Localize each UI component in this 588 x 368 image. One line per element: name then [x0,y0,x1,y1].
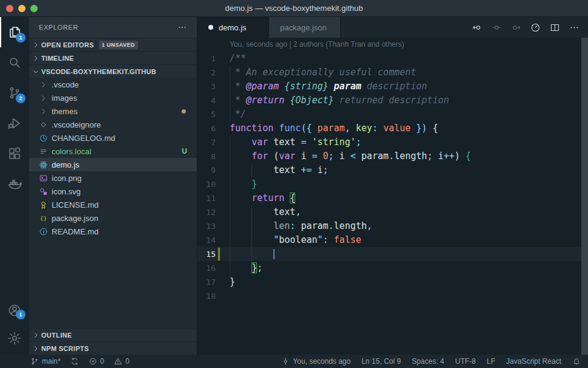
file-item-README.md[interactable]: README.md [29,225,197,238]
more-actions-button[interactable] [569,22,579,33]
nav-forward-button[interactable] [511,22,521,33]
activity-run-debug[interactable] [0,108,29,138]
code-line-6[interactable]: 6function func({ param, key: value }) { [197,121,588,135]
nav-dot-button[interactable] [491,22,502,33]
explorer-more-actions-button[interactable] [177,22,187,32]
status-label: Ln 15, Col 9 [361,357,401,366]
section-timeline[interactable]: TIMELINE [29,51,197,64]
section-npm-scripts[interactable]: NPM SCRIPTS [29,341,197,355]
code-line-10[interactable]: 10 } [197,177,588,191]
tab-demo.js[interactable]: demo.js [197,17,269,38]
file-item-images[interactable]: images [29,91,197,104]
activity-explorer[interactable]: 1 [0,17,29,47]
activity-search[interactable] [0,47,29,78]
indent-guide [230,191,230,205]
section-outline[interactable]: OUTLINE [29,328,197,341]
activity-docker[interactable] [0,169,29,199]
section-project[interactable]: VSCODE-BOXYTHEMEKIT.GITHUB [29,64,197,78]
code-token: * [230,95,246,106]
code-line-12[interactable]: 12 text, [197,205,588,219]
code-line-3[interactable]: 3 * @param {string} param description [197,80,588,94]
status-bar-left: main*00 [30,357,129,366]
status-language[interactable]: JavaScript React [506,357,561,366]
status-cursor-position[interactable]: Ln 15, Col 9 [361,357,401,366]
file-item-icon.png[interactable]: icon.png [29,171,197,185]
code-line-15[interactable]: 15 [197,247,588,261]
line-content: } [230,177,257,191]
status-errors[interactable]: 0 [89,357,104,366]
split-editor-button[interactable] [550,22,560,33]
activity-bar-bottom: 1 [0,296,29,355]
zoom-button[interactable] [30,5,38,12]
file-item-themes[interactable]: themes [29,104,197,118]
code-line-11[interactable]: 11 return { [197,191,588,205]
chevron-right-icon [32,41,40,49]
titlebar: demo.js — vscode-boxythemekit.github [0,0,588,17]
file-item-LICENSE.md[interactable]: LICENSE.md [29,198,197,211]
status-indentation[interactable]: Spaces: 4 [412,357,444,366]
text-cursor [273,249,275,259]
file-item-.vscode[interactable]: .vscode [29,78,197,91]
tab-package.json[interactable]: package.json [269,17,341,38]
chevron-right-icon [38,94,49,103]
line-number: 5 [197,107,216,121]
code-token: var [251,137,268,148]
code-token: @return [246,95,284,106]
activity-source-control[interactable]: 2 [0,78,29,108]
changelog-icon [38,134,49,143]
codelens-blame[interactable]: You, seconds ago | 2 authors (Thanh Tran… [197,38,588,52]
timeline-button[interactable] [530,22,541,33]
code-line-14[interactable]: 14 "boolean": false [197,233,588,247]
line-number: 12 [197,205,216,219]
explorer-header: EXPLORER [29,17,197,38]
code-line-4[interactable]: 4 * @return {Object} returned descriptio… [197,94,588,107]
close-button[interactable] [6,5,13,12]
code-token: false [334,234,361,245]
status-eol[interactable]: LF [487,357,495,366]
indent-guide [251,247,252,261]
activity-extensions[interactable] [0,138,29,169]
status-warnings[interactable]: 0 [114,357,129,366]
status-notifications[interactable] [572,357,581,366]
file-item-.vscodeignore[interactable]: .vscodeignore [29,118,197,131]
section-open-editors[interactable]: OPEN EDITORS 1 UNSAVED [29,38,197,51]
status-sync[interactable] [70,357,79,366]
code-token: boolean [279,234,317,245]
code-line-8[interactable]: 8 for (var i = 0; i < param.length; i++)… [197,149,588,163]
nav-back-button[interactable] [472,22,482,33]
code-editor[interactable]: You, seconds ago | 2 authors (Thanh Tran… [197,38,588,355]
activity-settings[interactable] [0,324,29,352]
file-name: themes [52,107,78,116]
window-controls [6,5,38,12]
code-line-1[interactable]: 1/** [197,52,588,66]
code-line-16[interactable]: 16 }; [197,261,588,275]
code-token: ; [427,151,432,162]
code-line-2[interactable]: 2 * An exceptionally useful comment [197,66,588,80]
indent-guide [230,177,230,191]
file-item-icon.svg[interactable]: icon.svg [29,185,197,198]
line-content: }; [230,261,262,275]
folder-modified-dot [182,109,186,114]
activity-accounts[interactable]: 1 [0,296,29,324]
file-item-CHANGELOG.md[interactable]: CHANGELOG.md [29,131,197,145]
code-line-17[interactable]: 17} [197,275,588,289]
status-branch[interactable]: main* [30,357,61,366]
code-line-7[interactable]: 7 var text = 'string'; [197,135,588,149]
code-line-9[interactable]: 9 text += i; [197,163,588,177]
code-line-13[interactable]: 13 len: param.length, [197,219,588,233]
file-item-colors.local[interactable]: colors.localU [29,145,197,158]
status-blame[interactable]: You, seconds ago [281,357,350,366]
code-line-5[interactable]: 5 */ [197,107,588,121]
code-line-18[interactable]: 18 [197,289,588,303]
file-name: CHANGELOG.md [52,134,115,143]
minimize-button[interactable] [18,5,26,12]
status-encoding[interactable]: UTF-8 [455,357,476,366]
indent-guide [251,219,252,233]
line-content: text += i; [230,163,329,177]
editor-scrollbar[interactable] [581,38,588,355]
bell-icon [572,357,581,366]
file-item-demo.js[interactable]: demo.js [29,158,197,171]
code-token: i [295,151,312,162]
file-item-package.json[interactable]: {}package.json [29,211,197,225]
svg-text:{}: {} [39,214,46,221]
